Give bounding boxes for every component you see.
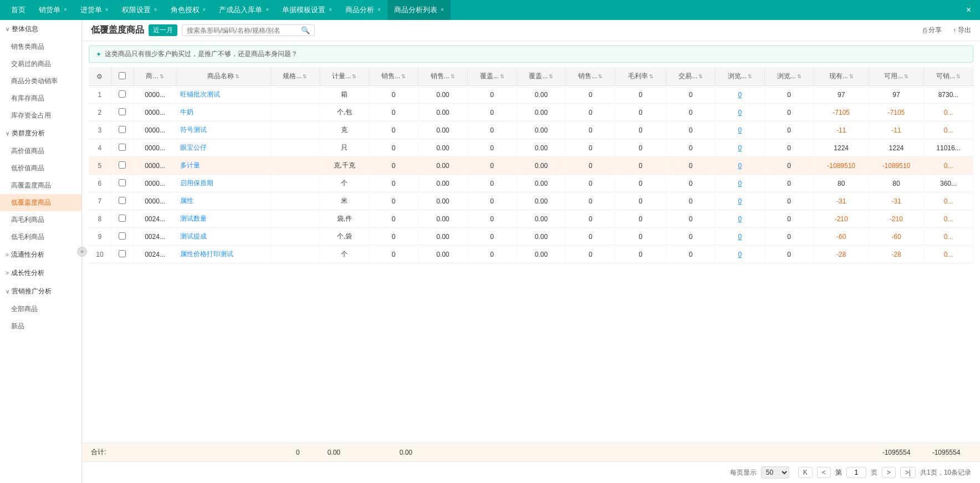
nav-close-role-auth[interactable]: ×: [203, 0, 206, 20]
th-sales-count[interactable]: 销售...⇅: [369, 67, 418, 86]
sidebar-item-all-goods[interactable]: 全部商品: [0, 301, 81, 318]
nav-home[interactable]: 首页: [4, 0, 32, 20]
th-gross-margin[interactable]: 毛利率⇅: [615, 67, 666, 86]
select-all-checkbox[interactable]: [119, 72, 126, 79]
row-views1[interactable]: 0: [715, 210, 764, 228]
sidebar-item-high-margin[interactable]: 高毛利商品: [0, 211, 81, 228]
row-name[interactable]: 多计量: [176, 157, 270, 175]
nav-close-template-settings[interactable]: ×: [329, 0, 332, 20]
row-checkbox[interactable]: [111, 210, 134, 228]
th-available-stock[interactable]: 可用...⇅: [869, 67, 923, 86]
table-footer: 合计: 0 0.00 0.00 -1095554 -1095554: [82, 443, 980, 461]
th-current-stock[interactable]: 现有...⇅: [814, 67, 869, 86]
next-page-button[interactable]: >: [882, 467, 896, 478]
row-trade: 0: [666, 192, 716, 210]
nav-product-entry[interactable]: 产成品入库单 ×: [212, 0, 275, 20]
sidebar-section-growth[interactable]: > 成长性分析: [0, 264, 81, 282]
row-name[interactable]: 属性: [176, 192, 270, 210]
row-checkbox[interactable]: [111, 192, 134, 210]
row-checkbox[interactable]: [111, 121, 134, 139]
nav-template-settings[interactable]: 单据模板设置 ×: [275, 0, 339, 20]
search-icon[interactable]: 🔍: [301, 26, 310, 34]
row-name[interactable]: 测试数量: [176, 210, 270, 228]
current-page-input[interactable]: [846, 467, 866, 478]
row-checkbox[interactable]: [111, 246, 134, 263]
th-sales3[interactable]: 销售...⇅: [566, 67, 615, 86]
row-checkbox[interactable]: [111, 104, 134, 121]
row-views1[interactable]: 0: [715, 104, 764, 121]
th-views1[interactable]: 浏览...⇅: [715, 67, 764, 86]
row-checkbox[interactable]: [111, 86, 134, 104]
sidebar-item-stock-capital[interactable]: 库存资金占用: [0, 107, 81, 124]
th-coverage2[interactable]: 覆盖...⇅: [517, 67, 566, 86]
th-name[interactable]: 商品名称⇅: [176, 67, 270, 86]
search-input[interactable]: [187, 27, 299, 34]
nav-role-auth[interactable]: 角色授权 ×: [164, 0, 213, 20]
sidebar-item-sales-goods[interactable]: 销售类商品: [0, 38, 81, 55]
prev-page-button[interactable]: <: [817, 467, 831, 478]
sidebar-item-new-goods[interactable]: 新品: [0, 318, 81, 335]
row-views1[interactable]: 0: [715, 228, 764, 246]
close-all-tabs[interactable]: ×: [962, 5, 976, 15]
sidebar-item-traded-goods[interactable]: 交易过的商品: [0, 55, 81, 73]
last-page-button[interactable]: >|: [900, 467, 916, 478]
sidebar: ∨ 整体信息 销售类商品 交易过的商品 商品分类动销率 有库存商品 库存资金占用: [0, 20, 82, 483]
nav-product-analysis[interactable]: 商品分析 ×: [339, 0, 387, 20]
sidebar-collapse-button[interactable]: «: [77, 247, 87, 257]
nav-sales-order[interactable]: 销货单 ×: [32, 0, 74, 20]
row-checkbox[interactable]: [111, 139, 134, 157]
share-button[interactable]: ⎙ 分享: [923, 26, 942, 35]
th-sales-amount[interactable]: 销售...⇅: [418, 67, 467, 86]
nav-close-permission-settings[interactable]: ×: [154, 0, 157, 20]
th-coverage1[interactable]: 覆盖...⇅: [467, 67, 517, 86]
sidebar-item-in-stock[interactable]: 有库存商品: [0, 90, 81, 107]
nav-product-analysis-list[interactable]: 商品分析列表 ×: [387, 0, 451, 20]
first-page-button[interactable]: K: [798, 467, 813, 478]
row-views1[interactable]: 0: [715, 86, 764, 104]
sidebar-item-low-coverage[interactable]: 低覆盖度商品: [0, 194, 81, 211]
sidebar-section-overall[interactable]: ∨ 整体信息: [0, 20, 81, 38]
row-views1[interactable]: 0: [715, 175, 764, 192]
nav-close-product-analysis[interactable]: ×: [377, 0, 381, 20]
row-views1[interactable]: 0: [715, 246, 764, 263]
nav-close-product-analysis-list[interactable]: ×: [441, 0, 444, 20]
th-sellable[interactable]: 可销...⇅: [924, 67, 973, 86]
sidebar-item-category-rate[interactable]: 商品分类动销率: [0, 73, 81, 90]
th-views2[interactable]: 浏览...⇅: [764, 67, 814, 86]
th-unit[interactable]: 计量...⇅: [320, 67, 369, 86]
row-checkbox[interactable]: [111, 157, 134, 175]
sidebar-item-low-margin[interactable]: 低毛利商品: [0, 228, 81, 246]
row-views1[interactable]: 0: [715, 139, 764, 157]
th-code[interactable]: 商...⇅: [134, 67, 176, 86]
row-name[interactable]: 测试提成: [176, 228, 270, 246]
sidebar-item-low-value[interactable]: 低价值商品: [0, 160, 81, 177]
sidebar-section-marketing[interactable]: ∨ 营销推广分析: [0, 282, 81, 301]
th-settings[interactable]: ⚙: [89, 67, 111, 86]
nav-close-sales-order[interactable]: ×: [64, 0, 67, 20]
row-checkbox[interactable]: [111, 228, 134, 246]
row-name[interactable]: 旺铺批次测试: [176, 86, 270, 104]
sidebar-item-high-value[interactable]: 高价值商品: [0, 143, 81, 160]
row-name[interactable]: 眼宝公仔: [176, 139, 270, 157]
row-views1[interactable]: 0: [715, 121, 764, 139]
row-name[interactable]: 符号测试: [176, 121, 270, 139]
per-page-select[interactable]: 50 20 100 200: [761, 466, 789, 479]
sidebar-section-circulation[interactable]: > 流通性分析: [0, 246, 81, 264]
nav-purchase-order[interactable]: 进货单 ×: [74, 0, 115, 20]
row-name[interactable]: 牛奶: [176, 104, 270, 121]
settings-icon[interactable]: ⚙: [96, 73, 103, 80]
export-button[interactable]: ↑ 导出: [953, 26, 971, 35]
row-checkbox[interactable]: [111, 175, 134, 192]
row-name[interactable]: 属性价格打印测试: [176, 246, 270, 263]
sidebar-section-cluster[interactable]: ∨ 类群度分析: [0, 124, 81, 143]
date-filter-button[interactable]: 近一月: [149, 24, 177, 36]
row-name[interactable]: 启用保质期: [176, 175, 270, 192]
nav-close-purchase-order[interactable]: ×: [105, 0, 109, 20]
th-trade[interactable]: 交易...⇅: [666, 67, 716, 86]
sidebar-item-high-coverage[interactable]: 高覆盖度商品: [0, 177, 81, 194]
nav-permission-settings[interactable]: 权限设置 ×: [115, 0, 164, 20]
row-views1[interactable]: 0: [715, 192, 764, 210]
th-spec[interactable]: 规格...⇅: [270, 67, 320, 86]
row-views1[interactable]: 0: [715, 157, 764, 175]
nav-close-product-entry[interactable]: ×: [266, 0, 269, 20]
